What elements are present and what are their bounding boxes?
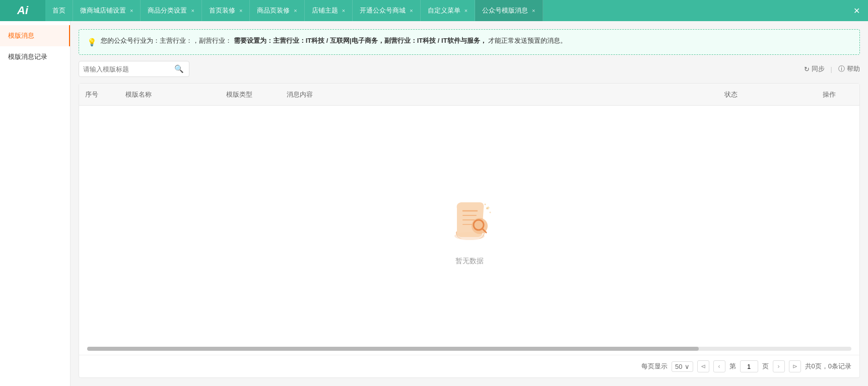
th-seq: 序号 xyxy=(79,90,119,99)
tab-home-decor[interactable]: 首页装修 × xyxy=(202,0,250,21)
page-size-select[interactable]: 50 ∨ xyxy=(672,361,693,372)
total-text: 共0页，0条记录 xyxy=(805,362,851,371)
help-label: 帮助 xyxy=(847,64,860,73)
empty-state: 暂无数据 xyxy=(79,106,859,343)
chevron-down-icon: ∨ xyxy=(685,363,690,370)
page-unit-label: 页 xyxy=(762,362,769,371)
tab-product-decor[interactable]: 商品页装修 × xyxy=(250,0,304,21)
close-template-msg-icon[interactable]: × xyxy=(532,8,535,14)
page-size-value: 50 xyxy=(675,363,682,370)
content-area: 💡 您的公众号行业为：主营行业：，副营行业： 需要设置为：主营行业：IT科技 /… xyxy=(71,21,868,386)
tab-open-mall[interactable]: 开通公众号商城 × xyxy=(353,0,420,21)
empty-illustration xyxy=(442,193,497,249)
tab-open-mall-label: 开通公众号商城 xyxy=(360,6,406,15)
table-header: 序号 模版名称 模版类型 消息内容 状态 操作 xyxy=(79,84,859,106)
tab-custom-menu-label: 自定义菜单 xyxy=(428,6,460,15)
tab-home[interactable]: 首页 xyxy=(45,0,73,21)
close-open-mall-icon[interactable]: × xyxy=(410,8,413,14)
search-box: 🔍 xyxy=(79,61,189,77)
sidebar-item-template-msg-record[interactable]: 模版消息记录 xyxy=(0,46,70,67)
sidebar: 模版消息 模版消息记录 xyxy=(0,21,71,386)
next-page-button[interactable]: › xyxy=(773,360,785,372)
close-all-button[interactable]: ✕ xyxy=(845,0,868,21)
prev-page-button[interactable]: ‹ xyxy=(713,360,725,372)
empty-text: 暂无数据 xyxy=(455,257,484,266)
tab-shop-theme-label: 店铺主题 xyxy=(312,6,338,15)
close-product-category-icon[interactable]: × xyxy=(191,8,194,14)
sidebar-item-template-msg-label: 模版消息 xyxy=(8,32,34,39)
th-status: 状态 xyxy=(718,90,799,99)
tab-shop-settings-label: 微商城店铺设置 xyxy=(80,6,126,15)
close-home-decor-icon[interactable]: × xyxy=(239,8,242,14)
tab-template-msg[interactable]: 公众号模版消息 × xyxy=(475,0,543,21)
tab-home-decor-label: 首页装修 xyxy=(209,6,235,15)
tab-product-category[interactable]: 商品分类设置 × xyxy=(141,0,202,21)
scrollbar-thumb[interactable] xyxy=(87,347,699,351)
tab-product-category-label: 商品分类设置 xyxy=(148,6,187,15)
logo-area: Ai xyxy=(0,0,45,21)
tab-template-msg-label: 公众号模版消息 xyxy=(482,6,528,15)
notice-box: 💡 您的公众号行业为：主营行业：，副营行业： 需要设置为：主营行业：IT科技 /… xyxy=(79,29,860,55)
top-nav: Ai 首页 微商城店铺设置 × 商品分类设置 × 首页装修 × 商品页装修 × … xyxy=(0,0,868,21)
tab-shop-theme[interactable]: 店铺主题 × xyxy=(305,0,353,21)
svg-point-10 xyxy=(484,203,486,205)
refresh-icon: ↻ xyxy=(804,65,810,73)
table-wrapper: 序号 模版名称 模版类型 消息内容 状态 操作 xyxy=(79,83,860,378)
page-number-input[interactable] xyxy=(740,360,758,372)
th-name: 模版名称 xyxy=(119,90,220,99)
tab-shop-settings[interactable]: 微商城店铺设置 × xyxy=(73,0,141,21)
search-button[interactable]: 🔍 xyxy=(173,64,185,73)
svg-point-9 xyxy=(489,211,491,213)
sidebar-item-template-msg[interactable]: 模版消息 xyxy=(0,25,70,46)
help-button[interactable]: ⓘ 帮助 xyxy=(838,64,860,73)
last-page-button[interactable]: ⊳ xyxy=(789,360,801,372)
close-shop-theme-icon[interactable]: × xyxy=(342,8,345,14)
close-product-decor-icon[interactable]: × xyxy=(294,8,297,14)
close-shop-settings-icon[interactable]: × xyxy=(130,8,133,14)
help-circle-icon: ⓘ xyxy=(838,64,845,73)
close-custom-menu-icon[interactable]: × xyxy=(464,8,468,14)
toolbar-divider: | xyxy=(831,65,832,73)
first-page-button[interactable]: ⊲ xyxy=(697,360,709,372)
sync-button[interactable]: ↻ 同步 xyxy=(804,64,825,73)
tab-home-label: 首页 xyxy=(52,6,65,15)
pagination: 每页显示 50 ∨ ⊲ ‹ 第 页 › ⊳ 共0页，0条记录 xyxy=(79,355,859,377)
notice-suffix: 才能正常发送预置的消息。 xyxy=(488,37,567,44)
search-input[interactable] xyxy=(83,65,173,73)
toolbar: 🔍 ↻ 同步 | ⓘ 帮助 xyxy=(79,61,860,77)
th-type: 模版类型 xyxy=(220,90,281,99)
tab-product-decor-label: 商品页装修 xyxy=(257,6,290,15)
notice-prefix: 您的公众号行业为：主营行业：，副营行业： xyxy=(101,37,232,44)
toolbar-actions: ↻ 同步 | ⓘ 帮助 xyxy=(804,64,860,73)
notice-text: 您的公众号行业为：主营行业：，副营行业： 需要设置为：主营行业：IT科技 / 互… xyxy=(101,36,567,46)
th-content: 消息内容 xyxy=(281,90,718,99)
horizontal-scrollbar[interactable] xyxy=(87,347,851,351)
logo-text: Ai xyxy=(17,4,28,17)
page-di-label: 第 xyxy=(729,362,736,371)
th-action: 操作 xyxy=(799,90,859,99)
page-size-label: 每页显示 xyxy=(641,362,667,371)
sync-label: 同步 xyxy=(812,64,825,73)
tab-custom-menu[interactable]: 自定义菜单 × xyxy=(421,0,475,21)
main-layout: 模版消息 模版消息记录 💡 您的公众号行业为：主营行业：，副营行业： 需要设置为… xyxy=(0,21,868,386)
notice-highlight: 需要设置为：主营行业：IT科技 / 互联网|电子商务，副营行业：IT科技 / I… xyxy=(234,37,487,44)
sidebar-item-template-msg-record-label: 模版消息记录 xyxy=(8,53,47,60)
notice-icon: 💡 xyxy=(87,36,97,48)
